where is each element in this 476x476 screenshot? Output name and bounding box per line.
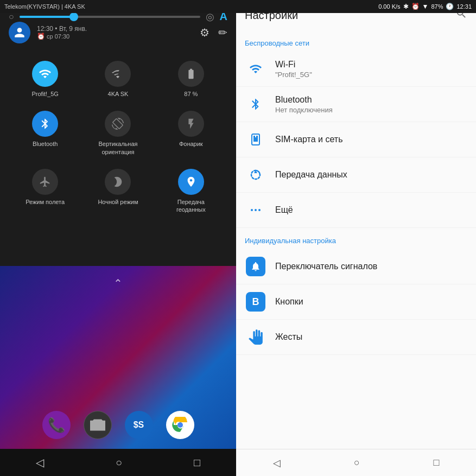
data-setting-title: Передача данных xyxy=(275,170,347,180)
notif-alarm: ⏰ cp 07:30 xyxy=(37,33,87,40)
orientation-tile-icon xyxy=(105,111,131,137)
tile-airplane[interactable]: Режим полета xyxy=(15,164,75,218)
tiles-row-1: Profit!_5G 4KA SK 87 % xyxy=(9,56,227,102)
tile-torch[interactable]: Фонарик xyxy=(161,106,221,160)
battery-tile-label: 87 % xyxy=(184,90,198,98)
svg-point-5 xyxy=(251,209,253,211)
section-wireless-label: Беспроводные сети xyxy=(236,30,476,52)
home-button-right[interactable]: ○ xyxy=(350,453,364,473)
data-setting-icon xyxy=(245,164,266,186)
alarm-status-icon: ⏰ xyxy=(411,3,420,10)
sim-setting-title: SIM-карта и сеть xyxy=(275,135,342,144)
nav-bar-right: ◁ ○ □ xyxy=(236,449,476,476)
camera-app-icon[interactable] xyxy=(84,411,112,439)
chrome-app-icon[interactable] xyxy=(166,411,194,439)
geo-tile-icon xyxy=(178,169,204,195)
night-tile-icon xyxy=(105,169,131,195)
signal-tile-icon xyxy=(105,61,131,87)
settings-panel: Настройки Беспроводные сети Wi-Fi "Profi… xyxy=(236,0,476,476)
settings-item-sim[interactable]: SIM-карта и сеть xyxy=(236,122,476,157)
wallpaper xyxy=(0,266,236,476)
bluetooth-setting-sub: Нет подключения xyxy=(275,106,333,114)
status-bar-right: 0.00 K/s ✱ ⏰ ▼ 87% 🕐 12:31 xyxy=(378,3,472,10)
brightness-slider[interactable] xyxy=(20,16,200,18)
geo-tile-label: Передачагеоданных xyxy=(176,198,206,214)
settings-item-signals[interactable]: Переключатель сигналов xyxy=(236,249,476,284)
battery-tile-icon xyxy=(178,61,204,87)
battery-text: 87% xyxy=(431,3,443,10)
more-setting-icon xyxy=(245,199,266,221)
notif-header: 12:30 • Вт, 9 янв. ⏰ cp 07:30 ⚙ ✏ xyxy=(0,13,236,52)
bluetooth-setting-title: Bluetooth xyxy=(275,95,333,105)
notif-actions[interactable]: ⚙ ✏ xyxy=(200,26,227,39)
settings-item-data[interactable]: Передача данных xyxy=(236,157,476,193)
settings-item-bluetooth[interactable]: Bluetooth Нет подключения xyxy=(236,87,476,122)
recent-button-right[interactable]: □ xyxy=(429,453,443,473)
bluetooth-tile-label: Bluetooth xyxy=(33,140,58,148)
svg-rect-3 xyxy=(253,136,255,137)
bluetooth-setting-content: Bluetooth Нет подключения xyxy=(275,95,333,114)
wifi-tile-icon xyxy=(32,61,58,87)
svg-rect-2 xyxy=(253,137,258,142)
more-setting-title: Ещё xyxy=(275,205,293,215)
edit-icon[interactable]: ✏ xyxy=(218,26,227,39)
more-setting-content: Ещё xyxy=(275,205,293,215)
app-dock: 📞 $S xyxy=(0,407,236,443)
recent-button-left[interactable]: □ xyxy=(189,452,205,473)
signal-status-icon: ▼ xyxy=(422,3,429,10)
status-bar: Telekom(KYIVSTAR) | 4KA SK 0.00 K/s ✱ ⏰ … xyxy=(0,0,476,13)
tile-wifi[interactable]: Profit!_5G xyxy=(15,56,75,102)
speed-text: 0.00 K/s xyxy=(378,3,400,10)
buttons-setting-content: Кнопки xyxy=(275,297,303,307)
notification-shade: 12:30 • Вт, 9 янв. ⏰ cp 07:30 ⚙ ✏ Prof xyxy=(0,0,236,476)
gestures-setting-content: Жесты xyxy=(275,332,302,342)
bluetooth-status-icon: ✱ xyxy=(403,3,409,10)
notif-time: 12:30 • Вт, 9 янв. xyxy=(37,25,87,33)
signals-setting-content: Переключатель сигналов xyxy=(275,262,377,271)
quick-tiles: Profit!_5G 4KA SK 87 % xyxy=(0,52,236,226)
settings-item-wifi[interactable]: Wi-Fi "Profit!_5G" xyxy=(236,52,476,87)
wifi-tile-label: Profit!_5G xyxy=(31,90,59,98)
back-button-right[interactable]: ◁ xyxy=(269,453,285,473)
settings-item-gestures[interactable]: Жесты xyxy=(236,320,476,355)
notif-info: 12:30 • Вт, 9 янв. ⏰ cp 07:30 xyxy=(37,25,87,40)
tile-signal[interactable]: 4KA SK xyxy=(88,56,148,102)
clock-status-icon: 🕐 xyxy=(446,3,454,10)
nav-padding xyxy=(236,355,476,382)
wifi-setting-content: Wi-Fi "Profit!_5G" xyxy=(275,60,312,79)
wifi-setting-icon xyxy=(245,58,266,80)
tile-geo[interactable]: Передачагеоданных xyxy=(161,164,221,218)
tile-night[interactable]: Ночной режим xyxy=(88,164,148,218)
nav-bar-left: ◁ ○ □ xyxy=(0,449,236,476)
svg-rect-4 xyxy=(256,136,258,137)
settings-item-buttons[interactable]: B Кнопки xyxy=(236,284,476,320)
carrier-text: Telekom(KYIVSTAR) | 4KA SK xyxy=(4,3,85,10)
torch-tile-icon xyxy=(178,111,204,137)
tile-orientation[interactable]: Вертикальнаяориентация xyxy=(88,106,148,160)
bluetooth-tile-icon xyxy=(32,111,58,137)
tiles-row-3: Режим полета Ночной режим Передачаге xyxy=(9,164,227,218)
back-button-left[interactable]: ◁ xyxy=(31,452,48,473)
finance-app-icon[interactable]: $S xyxy=(125,411,153,439)
svg-point-7 xyxy=(258,209,261,211)
torch-tile-label: Фонарик xyxy=(179,140,203,148)
settings-item-more[interactable]: Ещё xyxy=(236,193,476,228)
signals-setting-icon xyxy=(245,256,266,277)
settings-gear-icon[interactable]: ⚙ xyxy=(200,26,210,39)
section-personal-label: Индивидуальная настройка xyxy=(236,228,476,249)
expand-handle[interactable]: ⌃ xyxy=(113,277,123,290)
brightness-thumb[interactable] xyxy=(69,12,78,21)
tile-bluetooth[interactable]: Bluetooth xyxy=(15,106,75,160)
night-tile-label: Ночной режим xyxy=(98,198,138,206)
orientation-tile-label: Вертикальнаяориентация xyxy=(98,140,137,156)
tiles-row-2: Bluetooth Вертикальнаяориентация Фон xyxy=(9,106,227,160)
signal-tile-label: 4KA SK xyxy=(108,90,129,98)
viber-icon[interactable]: 📞 xyxy=(42,411,71,439)
tile-battery[interactable]: 87 % xyxy=(161,56,221,102)
svg-point-0 xyxy=(177,422,183,428)
svg-point-6 xyxy=(255,209,257,211)
home-button-left[interactable]: ○ xyxy=(111,452,126,473)
wifi-setting-sub: "Profit!_5G" xyxy=(275,71,312,79)
sim-setting-content: SIM-карта и сеть xyxy=(275,135,342,144)
bluetooth-setting-icon xyxy=(245,93,266,115)
